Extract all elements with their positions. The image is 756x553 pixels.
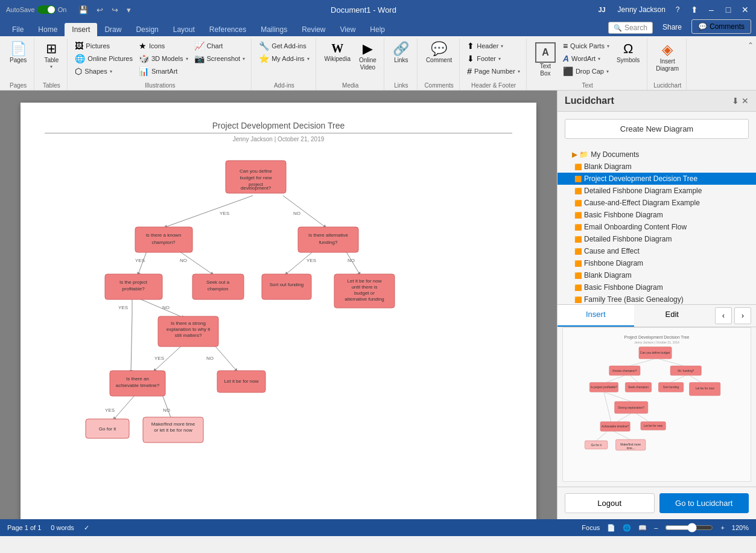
textbox-button[interactable]: A TextBox xyxy=(532,40,559,80)
icons-icon: ★ xyxy=(139,41,147,51)
tab-edit[interactable]: Edit xyxy=(634,305,711,327)
shapes-arrow: ▾ xyxy=(110,69,112,74)
symbols-label: Symbols xyxy=(617,57,640,64)
customize-icon[interactable]: ▾ xyxy=(124,4,133,16)
tab-mailings[interactable]: Mailings xyxy=(253,23,294,36)
table-button[interactable]: ⊞ Table ▾ xyxy=(39,40,63,72)
dropcap-button[interactable]: ⬛ Drop Cap ▾ xyxy=(561,65,612,77)
tree-item[interactable]: 🟧Family Tree (Basic Genealogy) xyxy=(557,293,756,305)
tab-help[interactable]: Help xyxy=(363,23,392,36)
tab-home[interactable]: Home xyxy=(31,23,65,36)
tree-item[interactable]: 🟧Blank Diagram xyxy=(557,161,756,173)
minimize-button[interactable]: – xyxy=(707,5,716,14)
3d-models-label: 3D Models xyxy=(151,55,183,62)
autosave-toggle[interactable] xyxy=(37,5,56,14)
tree-item[interactable]: 🟧Blank Diagram xyxy=(557,269,756,281)
next-button[interactable]: › xyxy=(734,307,751,324)
tree-item[interactable]: 🟧Detailed Fishbone Diagram xyxy=(557,233,756,245)
insert-diagram-label: InsertDiagram xyxy=(656,58,679,72)
textbox-icon: A xyxy=(535,42,556,63)
page-number-button[interactable]: # Page Number ▾ xyxy=(465,65,523,77)
insert-diagram-button[interactable]: ◈ InsertDiagram xyxy=(652,40,682,75)
pages-content: 📄 Pages xyxy=(6,40,30,81)
view-web-icon[interactable]: 🌐 xyxy=(623,524,631,532)
panel-close-icon[interactable]: ✕ xyxy=(742,96,749,106)
tree-item[interactable]: 🟧Cause-and-Effect Diagram Example xyxy=(557,197,756,209)
focus-label[interactable]: Focus xyxy=(582,524,600,531)
online-pictures-button[interactable]: 🌐 Online Pictures xyxy=(72,53,135,65)
footer-button[interactable]: ⬇ Footer ▾ xyxy=(465,53,523,65)
svg-text:Project Development Decision T: Project Development Decision Tree xyxy=(624,335,690,340)
logout-button[interactable]: Logout xyxy=(565,493,655,513)
tree-item[interactable]: 🟧Detailed Fishbone Diagram Example xyxy=(557,185,756,197)
tab-references[interactable]: References xyxy=(202,23,253,36)
redo-icon[interactable]: ↪ xyxy=(109,4,121,16)
tree-item-label: Email Onboarding Content Flow xyxy=(584,223,687,231)
3d-models-button[interactable]: 🎲 3D Models ▾ xyxy=(136,53,191,65)
tab-file[interactable]: File xyxy=(5,23,31,36)
ribbon-collapse[interactable]: ⌃ xyxy=(748,39,754,90)
create-new-diagram-button[interactable]: Create New Diagram xyxy=(565,119,749,139)
panel-minimize-icon[interactable]: ⬇ xyxy=(732,96,739,106)
icons-button[interactable]: ★ Icons xyxy=(136,40,191,52)
tab-review[interactable]: Review xyxy=(294,23,332,36)
illustrations-group-label: Illustrations xyxy=(145,82,176,89)
header-footer-content: ⬆ Header ▾ ⬇ Footer ▾ # Page Number ▾ xyxy=(465,40,523,81)
tab-insert[interactable]: Insert xyxy=(65,23,97,36)
view-read-icon[interactable]: 📖 xyxy=(638,524,647,532)
search-box[interactable]: 🔍 Search xyxy=(608,22,653,34)
quick-parts-button[interactable]: ≡ Quick Parts ▾ xyxy=(561,40,612,52)
ribbon-toggle-icon[interactable]: ⬆ xyxy=(690,5,699,14)
help-icon[interactable]: ? xyxy=(673,5,682,14)
online-video-label: OnlineVideo xyxy=(359,57,376,71)
svg-text:YES: YES xyxy=(118,305,128,310)
goto-lucidchart-button[interactable]: Go to Lucidchart xyxy=(659,493,749,513)
tab-design[interactable]: Design xyxy=(129,23,165,36)
symbols-button[interactable]: Ω Symbols xyxy=(613,40,643,66)
header-button[interactable]: ⬆ Header ▾ xyxy=(465,40,523,52)
smartart-button[interactable]: 📊 SmartArt xyxy=(136,65,191,77)
zoom-minus-icon[interactable]: – xyxy=(654,524,658,531)
save-icon[interactable]: 💾 xyxy=(76,4,91,16)
user-avatar[interactable]: JJ xyxy=(594,1,611,18)
tab-view[interactable]: View xyxy=(333,23,363,36)
tab-layout[interactable]: Layout xyxy=(166,23,202,36)
tab-draw[interactable]: Draw xyxy=(97,23,129,36)
view-print-icon[interactable]: 📄 xyxy=(607,524,615,532)
comments-button[interactable]: 💬 Comments xyxy=(691,19,751,34)
smartart-icon: 📊 xyxy=(139,66,149,76)
wikipedia-button[interactable]: W Wikipedia xyxy=(321,40,354,65)
media-group-label: Media xyxy=(342,82,358,89)
zoom-slider[interactable] xyxy=(665,523,713,532)
comment-button[interactable]: 💬 Comment xyxy=(422,40,456,66)
online-video-button[interactable]: ▶ OnlineVideo xyxy=(355,40,380,74)
tree-root[interactable]: ▶ 📁 My Documents xyxy=(557,149,756,161)
tree-item[interactable]: 🟧Fishbone Diagram xyxy=(557,257,756,269)
tree-item[interactable]: 🟧Project Development Decision Tree xyxy=(557,173,756,185)
close-button[interactable]: ✕ xyxy=(740,5,750,14)
get-addins-button[interactable]: 🔧 Get Add-ins xyxy=(256,40,311,52)
prev-button[interactable]: ‹ xyxy=(715,307,732,324)
tab-insert[interactable]: Insert xyxy=(557,305,634,327)
chart-button[interactable]: 📈 Chart xyxy=(192,40,248,52)
undo-icon[interactable]: ↩ xyxy=(94,4,106,16)
zoom-level[interactable]: 120% xyxy=(732,524,749,531)
pictures-button[interactable]: 🖼 Pictures xyxy=(72,40,135,52)
tree-item[interactable]: 🟧Basic Fishbone Diagram xyxy=(557,281,756,293)
shapes-button[interactable]: ⬡ Shapes ▾ xyxy=(72,65,135,77)
tree-item[interactable]: 🟧Basic Fishbone Diagram xyxy=(557,209,756,221)
textbox-label: TextBox xyxy=(540,63,551,77)
wordart-button[interactable]: A WordArt ▾ xyxy=(561,53,612,65)
pages-button[interactable]: 📄 Pages xyxy=(6,40,30,66)
tree-item[interactable]: 🟧Email Onboarding Content Flow xyxy=(557,221,756,233)
my-addins-button[interactable]: ⭐ My Add-ins ▾ xyxy=(256,53,311,65)
screenshot-button[interactable]: 📷 Screenshot ▾ xyxy=(192,53,248,65)
svg-text:Sort out funding: Sort out funding xyxy=(270,282,303,287)
zoom-plus-icon[interactable]: + xyxy=(720,524,724,531)
tree-item[interactable]: 🟧Cause and Effect xyxy=(557,245,756,257)
share-button[interactable]: Share xyxy=(655,21,689,34)
links-button[interactable]: 🔗 Links xyxy=(389,40,413,66)
restore-button[interactable]: □ xyxy=(723,5,733,14)
flowchart-svg: YES NO YES NO YES NO YES NO YES NO YES N… xyxy=(45,155,521,519)
svg-text:profitable?: profitable? xyxy=(122,286,145,292)
